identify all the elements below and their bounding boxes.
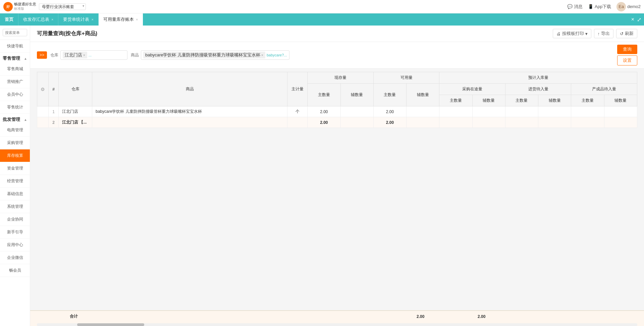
cell-finished-main — [571, 106, 604, 117]
sidebar-item-enterprise-collab[interactable]: 企业协同 — [0, 213, 30, 226]
sidebar-item-purchase[interactable]: 采购管理 — [0, 137, 30, 149]
th-planned-in: 预计入库量 — [439, 72, 637, 84]
sidebar-group-retail[interactable]: 零售管理 ▲ — [0, 53, 30, 63]
top-bar: 好 畅捷通好生意 标准版 母婴行业演示账套 💬 消息 📱 App下载 Ea de… — [0, 0, 644, 13]
logo-text: 畅捷通好生意 — [14, 2, 36, 6]
sidebar-item-member-center[interactable]: 会员中心 — [0, 88, 30, 101]
warehouse-filter-tags[interactable]: 江北门店 × ... — [60, 50, 127, 60]
cell-product — [92, 117, 287, 128]
app-download-action[interactable]: 📱 App下载 — [588, 4, 611, 10]
sidebar-item-enterprise-wechat[interactable]: 企业微信 — [0, 251, 30, 264]
sidebar-group-wholesale-label: 批发管理 — [3, 117, 20, 123]
product-filter-tags[interactable]: babycare学饮杯 儿童防摔防撞吸管杯重力球吸嘴杯宝宝水杯 × babyca… — [141, 50, 289, 60]
main-layout: 快捷导航 零售管理 ▲ 零售商城 营销推广 会员中心 零售统计 批发管理 ▲ 电… — [0, 26, 644, 326]
sidebar-item-finance[interactable]: 资金管理 — [0, 162, 30, 175]
message-action[interactable]: 💬 消息 — [567, 4, 583, 10]
th-warehouse: 仓库 — [59, 72, 92, 106]
warehouse-tag-close[interactable]: × — [83, 53, 85, 57]
product-tag-text: babycare学饮杯 儿童防摔防撞吸管杯重力球吸嘴杯宝宝水杯 — [145, 52, 260, 58]
user-area[interactable]: Ea demo2 — [616, 2, 641, 11]
sidebar-item-inventory[interactable]: 库存核算 — [0, 149, 30, 162]
product-more[interactable]: babycare?... — [267, 53, 287, 57]
sidebar-item-retail-mall[interactable]: 零售商城 — [0, 63, 30, 76]
industry-select[interactable]: 母婴行业演示账套 — [39, 3, 86, 10]
cell-finished-aux — [604, 117, 637, 128]
product-tag-close[interactable]: × — [261, 53, 263, 57]
th-finished-aux: 辅数量 — [604, 95, 637, 106]
tab-receivable-close[interactable]: × — [51, 17, 53, 21]
sidebar-item-member[interactable]: 畅会员 — [0, 264, 30, 277]
sidebar-item-operations[interactable]: 经营管理 — [0, 175, 30, 188]
th-index: # — [49, 72, 59, 106]
template-print-button[interactable]: 🖨 按模板打印 ▾ — [553, 29, 591, 38]
warehouse-more[interactable]: ... — [89, 53, 92, 57]
scroll-track[interactable] — [37, 323, 637, 326]
tab-available-label: 可用量库存账本 — [103, 16, 134, 22]
settings-button[interactable]: 设置 — [617, 55, 637, 65]
refresh-icon: ↺ — [620, 31, 624, 36]
th-available-aux: 辅数量 — [407, 84, 439, 106]
footer-index-cell — [47, 311, 57, 322]
tab-receivable-summary[interactable]: 收发存汇总表 × — [18, 13, 58, 26]
page-title: 可用量查询(按仓库+商品) — [37, 30, 97, 37]
th-unit: 主计量 — [287, 72, 308, 106]
sidebar-item-ecommerce[interactable]: 电商管理 — [0, 124, 30, 137]
tab-expand-icon[interactable]: ⤢ — [637, 16, 641, 23]
tab-available-close[interactable]: × — [136, 17, 138, 21]
export-button[interactable]: ↑ 导出 — [594, 29, 614, 38]
th-gear: ⚙ — [37, 72, 49, 106]
refresh-button[interactable]: ↺ 刷新 — [616, 29, 637, 38]
footer-product-cell — [91, 311, 380, 322]
filter-actions: 查询 设置 — [617, 45, 637, 65]
tab-receivable-label: 收发存汇总表 — [23, 16, 49, 22]
print-icon: 🖨 — [556, 31, 561, 36]
sidebar-item-quick-nav[interactable]: 快捷导航 — [0, 40, 30, 53]
cell-inbound-main — [505, 117, 538, 128]
sidebar-item-newbie[interactable]: 新手引导 — [0, 226, 30, 239]
query-button[interactable]: 查询 — [617, 45, 637, 54]
th-product: 商品 — [92, 72, 287, 106]
content-area: 可用量查询(按仓库+商品) 🖨 按模板打印 ▾ ↑ 导出 ↺ 刷新 >> — [30, 26, 644, 326]
sidebar-item-marketing[interactable]: 营销推广 — [0, 76, 30, 88]
cell-gear — [37, 117, 49, 128]
cell-index: 1 — [49, 106, 59, 117]
industry-select-wrapper[interactable]: 母婴行业演示账套 — [39, 3, 86, 10]
sidebar-item-app-center[interactable]: 应用中心 — [0, 239, 30, 251]
tab-available-inventory[interactable]: 可用量库存账本 × — [99, 13, 143, 26]
cell-available-aux — [407, 106, 439, 117]
avatar: Ea — [616, 2, 626, 11]
cell-finished-main — [571, 117, 604, 128]
tab-close-all-icon[interactable]: × — [631, 16, 634, 22]
sidebar-item-system[interactable]: 系统管理 — [0, 200, 30, 213]
table-footer: 合计 2.00 2.00 — [30, 310, 644, 326]
sidebar-item-basic-info[interactable]: 基础信息 — [0, 188, 30, 200]
cell-finished-aux — [604, 106, 637, 117]
table-container: ⚙ # 仓库 商品 主计量 现存量 可用量 预计入库量 主数量 辅数量 主数量 — [30, 68, 644, 310]
sidebar-group-wholesale[interactable]: 批发管理 ▲ — [0, 114, 30, 124]
tab-order-stats[interactable]: 要货单统计表 × — [58, 13, 98, 26]
page-header: 可用量查询(按仓库+商品) 🖨 按模板打印 ▾ ↑ 导出 ↺ 刷新 — [30, 26, 644, 42]
logo-area: 好 畅捷通好生意 标准版 — [3, 2, 36, 11]
logo-texts: 畅捷通好生意 标准版 — [14, 2, 36, 11]
tab-order-close[interactable]: × — [91, 17, 93, 21]
tab-home[interactable]: 首页 — [0, 13, 18, 26]
message-label: 消息 — [574, 4, 583, 10]
gear-icon[interactable]: ⚙ — [41, 87, 45, 92]
refresh-label: 刷新 — [625, 31, 634, 37]
filter-bar: >> 仓库 江北门店 × ... 商品 babycare学饮杯 儿童防摔防撞吸管… — [30, 42, 644, 68]
filter-expand-button[interactable]: >> — [37, 51, 47, 59]
th-current-aux: 辅数量 — [340, 84, 373, 106]
data-table: ⚙ # 仓库 商品 主计量 现存量 可用量 预计入库量 主数量 辅数量 主数量 — [37, 72, 637, 128]
footer-available-aux — [502, 311, 522, 322]
footer-inbound-main — [560, 311, 579, 322]
cell-current-main: 2.00 — [308, 106, 340, 117]
export-icon: ↑ — [598, 31, 600, 36]
cell-inbound-aux — [538, 106, 571, 117]
scroll-thumb[interactable] — [77, 323, 144, 326]
sidebar-item-retail-stats[interactable]: 零售统计 — [0, 101, 30, 114]
tab-bar: 首页 收发存汇总表 × 要货单统计表 × 可用量库存账本 × × ⤢ — [0, 13, 644, 26]
th-inbound-pending: 进货待入量 — [505, 84, 571, 95]
cell-available-main: 2.00 — [373, 117, 406, 128]
search-input[interactable] — [3, 29, 27, 36]
tab-order-label: 要货单统计表 — [63, 16, 89, 22]
